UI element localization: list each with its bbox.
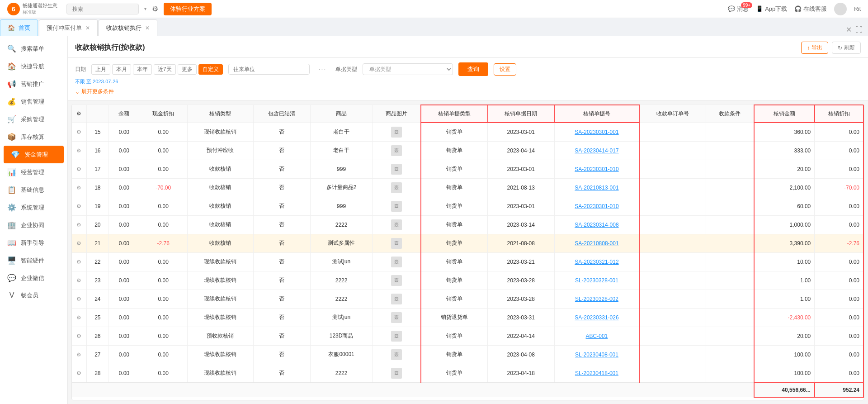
cell-gear[interactable]: ⚙ bbox=[72, 290, 86, 308]
col-balance: 余额 bbox=[109, 105, 139, 123]
sidebar-item-guide[interactable]: 📖 新手引导 bbox=[0, 234, 67, 252]
cell-product-img: 🖼 bbox=[373, 178, 421, 197]
sidebar-item-marketing[interactable]: 📢 营销推广 bbox=[0, 75, 67, 93]
refresh-icon: ↻ bbox=[838, 45, 842, 51]
cell-gear[interactable]: ⚙ bbox=[72, 197, 86, 215]
user-avatar[interactable] bbox=[834, 3, 847, 15]
marketing-icon: 📢 bbox=[7, 80, 16, 88]
expand-filter-button[interactable]: ⌄ 展开更多条件 bbox=[75, 88, 861, 95]
maximize-window-icon[interactable]: ⛶ bbox=[855, 26, 863, 34]
sidebar-item-purchase[interactable]: 🛒 采购管理 bbox=[0, 110, 67, 128]
cell-verify-bill-no[interactable]: SA-20230331-026 bbox=[554, 308, 639, 327]
cell-gear[interactable]: ⚙ bbox=[72, 364, 86, 383]
cell-receipt-condition bbox=[706, 197, 754, 215]
date-btn-custom[interactable]: 自定义 bbox=[198, 64, 223, 75]
cell-verify-bill-no[interactable]: SL-20230418-001 bbox=[554, 364, 639, 383]
table-container[interactable]: ⚙ 余额 现金折扣 核销类型 包含已结清 商品 商品图片 核销单据类型 核销单据… bbox=[71, 104, 864, 400]
top-search-input[interactable] bbox=[66, 4, 139, 14]
filter-settings-button[interactable]: 设置 bbox=[494, 63, 516, 76]
date-btn-7days[interactable]: 近7天 bbox=[154, 64, 176, 75]
cell-include-closed: 否 bbox=[253, 345, 310, 364]
date-btn-more[interactable]: 更多 bbox=[178, 64, 197, 75]
cell-rownum: 18 bbox=[86, 178, 109, 197]
sidebar-item-operations[interactable]: 📊 经营管理 bbox=[0, 163, 67, 181]
cell-verify-amount: 333.00 bbox=[754, 141, 814, 160]
sidebar-item-inventory[interactable]: 📦 库存核算 bbox=[0, 128, 67, 146]
cell-verify-type: 预付冲应收 bbox=[187, 141, 253, 160]
cell-verify-bill-no[interactable]: SA-20210813-001 bbox=[554, 178, 639, 197]
cell-verify-discount: 0.00 bbox=[815, 197, 863, 215]
export-button[interactable]: ↑ 导出 bbox=[801, 42, 828, 54]
app-download-button[interactable]: 📱 App下载 bbox=[756, 5, 787, 13]
trial-button[interactable]: 体验行业方案 bbox=[164, 3, 212, 15]
date-btn-this-month[interactable]: 本月 bbox=[112, 64, 131, 75]
cell-gear[interactable]: ⚙ bbox=[72, 160, 86, 178]
cell-product: 衣服00001 bbox=[311, 345, 373, 364]
date-btn-this-year[interactable]: 本年 bbox=[133, 64, 152, 75]
table-row: ⚙ 27 0.00 0.00 现续收款核销 否 衣服00001 🖼 销货单 20… bbox=[72, 345, 863, 364]
sidebar-item-quick[interactable]: 🏠 快捷导航 bbox=[0, 57, 67, 75]
sidebar-item-capital[interactable]: 💎 资金管理 bbox=[4, 146, 64, 163]
filter-row: 日期 上月 本月 本年 近7天 更多 自定义 ··· 单据类型 单据类型 查询 … bbox=[75, 62, 861, 76]
cell-gear[interactable]: ⚙ bbox=[72, 123, 86, 141]
table-row: ⚙ 28 0.00 0.00 现续收款核销 否 2222 🖼 销货单 2023-… bbox=[72, 364, 863, 383]
sidebar-item-search[interactable]: 🔍 搜索菜单 bbox=[0, 40, 67, 57]
cell-verify-bill-no[interactable]: SL-20230408-001 bbox=[554, 345, 639, 364]
col-settings[interactable]: ⚙ bbox=[72, 105, 86, 123]
partner-input[interactable] bbox=[228, 64, 310, 75]
sidebar-item-enterprise[interactable]: 🏢 企业协同 bbox=[0, 216, 67, 234]
cell-product-img: 🖼 bbox=[373, 252, 421, 271]
tab-home[interactable]: 🏠 首页 bbox=[0, 19, 38, 36]
close-window-icon[interactable]: ✕ bbox=[846, 25, 852, 34]
cell-verify-type: 收款核销 bbox=[187, 160, 253, 178]
cell-verify-type: 现续收款核销 bbox=[187, 252, 253, 271]
message-button[interactable]: 💬 消息 99+ bbox=[728, 5, 749, 13]
cell-balance: 0.00 bbox=[109, 308, 139, 327]
sidebar-item-system[interactable]: ⚙️ 系统管理 bbox=[0, 199, 67, 216]
cell-verify-bill-no[interactable]: SA-20210808-001 bbox=[554, 234, 639, 252]
cell-product-img: 🖼 bbox=[373, 271, 421, 290]
sidebar-item-basic[interactable]: 📋 基础信息 bbox=[0, 181, 67, 199]
cell-gear[interactable]: ⚙ bbox=[72, 215, 86, 234]
sidebar-item-sales[interactable]: 💰 销售管理 bbox=[0, 93, 67, 110]
cell-gear[interactable]: ⚙ bbox=[72, 252, 86, 271]
cell-verify-type: 收款核销 bbox=[187, 197, 253, 215]
cell-verify-bill-no[interactable]: SA-20230301-010 bbox=[554, 197, 639, 215]
cell-verify-discount: -70.00 bbox=[815, 178, 863, 197]
cell-verify-bill-type: 销货单 bbox=[421, 141, 488, 160]
cell-gear[interactable]: ⚙ bbox=[72, 234, 86, 252]
cell-verify-bill-no[interactable]: SL-20230328-002 bbox=[554, 290, 639, 308]
cell-gear[interactable]: ⚙ bbox=[72, 271, 86, 290]
cell-verify-bill-no[interactable]: SA-20230314-008 bbox=[554, 215, 639, 234]
settings-icon[interactable]: ⚙ bbox=[152, 5, 158, 13]
tab-receivable[interactable]: 收款核销执行 ✕ bbox=[99, 19, 157, 36]
sales-icon: 💰 bbox=[7, 97, 16, 106]
cell-verify-bill-no[interactable]: SA-20230301-001 bbox=[554, 123, 639, 141]
cell-gear[interactable]: ⚙ bbox=[72, 345, 86, 364]
table-body: ⚙ 15 0.00 0.00 现销收款核销 否 老白干 🖼 销货单 2023-0… bbox=[72, 123, 863, 383]
query-button[interactable]: 查询 bbox=[458, 62, 488, 76]
cell-gear[interactable]: ⚙ bbox=[72, 327, 86, 345]
guide-icon: 📖 bbox=[7, 238, 16, 247]
cell-rownum: 26 bbox=[86, 327, 109, 345]
refresh-button[interactable]: ↻ 刷新 bbox=[832, 42, 861, 54]
receipt-type-select[interactable]: 单据类型 bbox=[363, 63, 453, 75]
sidebar-item-member[interactable]: V 畅会员 bbox=[0, 287, 67, 304]
cell-cash-discount: 0.00 bbox=[139, 327, 188, 345]
date-btn-last-month[interactable]: 上月 bbox=[91, 64, 110, 75]
cell-verify-bill-no[interactable]: SL-20230328-001 bbox=[554, 271, 639, 290]
cell-receipt-condition bbox=[706, 123, 754, 141]
cell-verify-bill-no[interactable]: SA-20230321-012 bbox=[554, 252, 639, 271]
online-service-button[interactable]: 🎧 在线客服 bbox=[794, 5, 827, 13]
tab-prepay[interactable]: 预付冲应付单 ✕ bbox=[39, 19, 98, 36]
close-prepay-icon[interactable]: ✕ bbox=[85, 25, 90, 31]
cell-verify-bill-no[interactable]: ABC-001 bbox=[554, 327, 639, 345]
cell-gear[interactable]: ⚙ bbox=[72, 308, 86, 327]
cell-gear[interactable]: ⚙ bbox=[72, 178, 86, 197]
sidebar-item-wechat[interactable]: 💬 企业微信 bbox=[0, 269, 67, 287]
cell-gear[interactable]: ⚙ bbox=[72, 141, 86, 160]
close-receivable-icon[interactable]: ✕ bbox=[145, 25, 150, 31]
cell-verify-bill-no[interactable]: SA-20230301-010 bbox=[554, 160, 639, 178]
sidebar-item-hardware[interactable]: 🖥️ 智能硬件 bbox=[0, 252, 67, 269]
cell-verify-bill-no[interactable]: SA-20230414-017 bbox=[554, 141, 639, 160]
